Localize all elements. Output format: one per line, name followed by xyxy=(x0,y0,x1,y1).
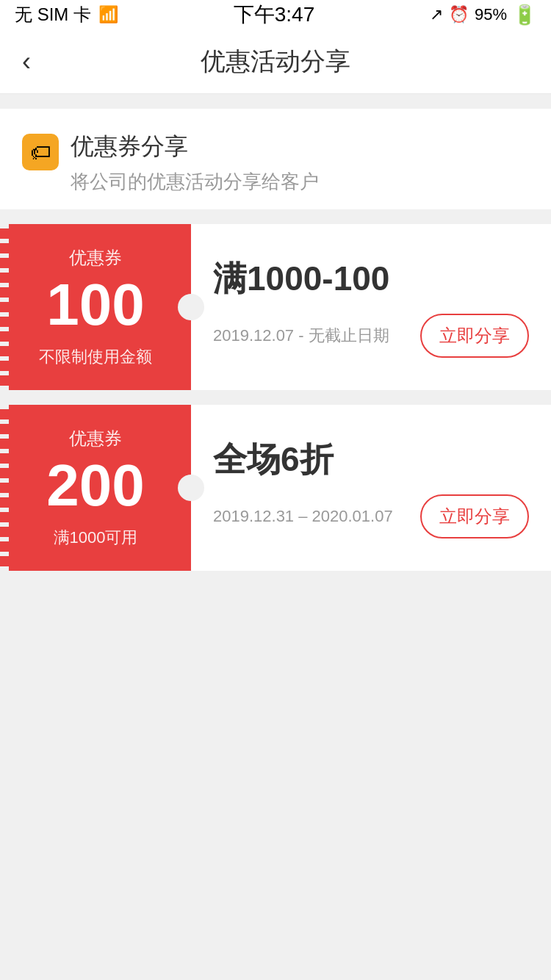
nav-bar: ‹ 优惠活动分享 xyxy=(0,29,551,94)
coupon-list: 优惠券 100 不限制使用金额 满1000-100 2019.12.07 - 无… xyxy=(0,209,551,586)
carrier-text: 无 SIM 卡 xyxy=(15,3,91,26)
coupon-right-1: 全场6折 2019.12.31 – 2020.01.07 立即分享 xyxy=(191,405,551,571)
coupon-type-0: 优惠券 xyxy=(69,246,122,270)
coupon-left-0: 优惠券 100 不限制使用金额 xyxy=(0,224,191,390)
battery-text: 95% xyxy=(475,5,507,24)
coupon-meta-1: 2019.12.31 – 2020.01.07 立即分享 xyxy=(213,494,529,538)
coupon-card-1: 优惠券 200 满1000可用 全场6折 2019.12.31 – 2020.0… xyxy=(0,405,551,571)
status-bar: 无 SIM 卡 📶 下午3:47 ↗ ⏰ 95% 🔋 xyxy=(0,0,551,29)
status-right: ↗ ⏰ 95% 🔋 xyxy=(430,4,536,26)
coupon-right-0: 满1000-100 2019.12.07 - 无截止日期 立即分享 xyxy=(191,224,551,390)
coupon-meta-0: 2019.12.07 - 无截止日期 立即分享 xyxy=(213,314,529,358)
location-icon: ↗ xyxy=(430,5,443,24)
coupon-left-1: 优惠券 200 满1000可用 xyxy=(0,405,191,571)
empty-area xyxy=(0,586,551,953)
coupon-condition-0: 不限制使用金额 xyxy=(39,346,152,368)
battery-icon: 🔋 xyxy=(513,4,536,26)
coupon-date-0: 2019.12.07 - 无截止日期 xyxy=(213,325,389,347)
coupon-amount-0: 100 xyxy=(46,275,144,334)
coupon-title-0: 满1000-100 xyxy=(213,256,529,302)
coupon-condition-1: 满1000可用 xyxy=(54,527,138,549)
alarm-icon: ⏰ xyxy=(449,5,469,24)
share-button-0[interactable]: 立即分享 xyxy=(420,314,529,358)
status-left: 无 SIM 卡 📶 xyxy=(15,3,118,26)
section-text: 优惠券分享 将公司的优惠活动分享给客户 xyxy=(71,131,319,195)
section-icon: 🏷 xyxy=(22,134,59,170)
coupon-card-0: 优惠券 100 不限制使用金额 满1000-100 2019.12.07 - 无… xyxy=(0,224,551,390)
coupon-date-1: 2019.12.31 – 2020.01.07 xyxy=(213,507,393,526)
section-title: 优惠券分享 xyxy=(71,131,319,163)
coupon-title-1: 全场6折 xyxy=(213,437,529,483)
section-header: 🏷 优惠券分享 将公司的优惠活动分享给客户 xyxy=(0,109,551,209)
coupon-amount-1: 200 xyxy=(46,456,144,515)
page-title: 优惠活动分享 xyxy=(201,45,350,79)
section-subtitle: 将公司的优惠活动分享给客户 xyxy=(71,169,319,195)
back-button[interactable]: ‹ xyxy=(22,46,31,77)
coupon-type-1: 优惠券 xyxy=(69,427,122,450)
share-button-1[interactable]: 立即分享 xyxy=(420,494,529,538)
status-time: 下午3:47 xyxy=(234,1,315,29)
wifi-icon: 📶 xyxy=(98,5,118,24)
